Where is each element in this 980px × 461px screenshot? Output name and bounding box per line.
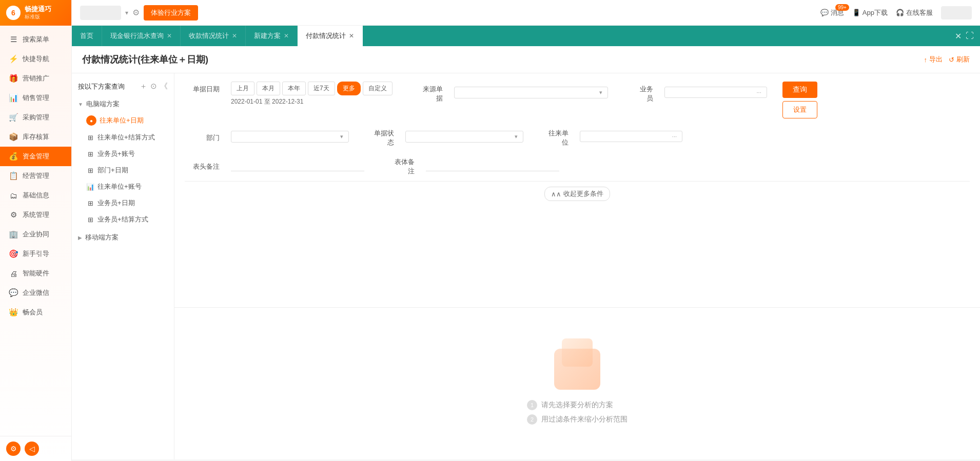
sidebar-item-enterprise[interactable]: 🏢 企业协同 xyxy=(0,225,71,244)
sidebar-item-search-menu[interactable]: ☰ 搜索菜单 xyxy=(0,30,71,49)
tab-collection[interactable]: 收款情况统计 ✕ xyxy=(181,26,246,46)
date-btn-last-7days[interactable]: 近7天 xyxy=(308,82,335,95)
sidebar-item-label: 畅会员 xyxy=(23,308,43,317)
header-note-group: 表头备注 xyxy=(185,159,364,171)
collapse-button[interactable]: ∧∧ 收起更多条件 xyxy=(544,187,610,201)
settings-footer-btn[interactable]: ⚙ xyxy=(6,442,21,456)
sidebar-item-finance[interactable]: 💰 资金管理 xyxy=(0,147,71,166)
empty-shape-bottom xyxy=(554,349,600,390)
sidebar-item-sales[interactable]: 📊 销售管理 xyxy=(0,88,71,108)
panel-toolbar-icons: ＋ ⊙ 《 xyxy=(140,82,168,91)
empty-hint-2: 2 用过滤条件来缩小分析范围 xyxy=(527,414,628,425)
add-scheme-button[interactable]: ＋ xyxy=(140,82,147,91)
date-filter-group: 单据日期 上月 本月 本年 近7天 更多 自定义 xyxy=(185,82,393,106)
pc-group-label: 电脑端方案 xyxy=(86,99,168,109)
message-button[interactable]: 💬 消息 99+ xyxy=(820,8,844,17)
sidebar-item-inventory[interactable]: 📦 库存核算 xyxy=(0,127,71,147)
sidebar-item-hardware[interactable]: 🖨 智能硬件 xyxy=(0,264,71,283)
collapse-sidebar-btn[interactable]: ◁ xyxy=(25,442,39,456)
body-note-input[interactable] xyxy=(426,159,559,171)
tab-new-scheme[interactable]: 新建方案 ✕ xyxy=(246,26,298,46)
mobile-group-header[interactable]: ▶ 移动端方案 xyxy=(72,230,174,245)
sidebar-item-quick-nav[interactable]: ⚡ 快捷导航 xyxy=(0,49,71,69)
guide-icon: 🎯 xyxy=(8,249,18,258)
online-service-button[interactable]: 🎧 在线客服 xyxy=(896,8,933,17)
close-all-tabs-btn[interactable]: ✕ xyxy=(955,31,962,41)
export-button[interactable]: ↑ 导出 xyxy=(924,55,943,64)
topbar: ▾ ⚙ 体验行业方案 💬 消息 99+ 📱 App下载 🎧 在线客服 xyxy=(72,0,980,26)
scheme-label: 业务员+结算方式 xyxy=(97,215,148,224)
header-note-input[interactable] xyxy=(231,159,364,171)
doc-status-select[interactable]: ▾ xyxy=(405,131,523,143)
try-industry-button[interactable]: 体验行业方案 xyxy=(144,5,198,21)
hint-text-2: 用过滤条件来缩小分析范围 xyxy=(541,415,628,424)
tab-new-scheme-label: 新建方案 xyxy=(254,31,281,41)
app-download-label: App下载 xyxy=(863,8,888,17)
scheme-item-staff-date[interactable]: ⊞ 业务员+日期 xyxy=(72,195,174,211)
app-logo-icon: 6 xyxy=(6,6,21,20)
source-select[interactable]: ▾ xyxy=(454,87,608,98)
tab-cashflow[interactable]: 现金银行流水查询 ✕ xyxy=(102,26,181,46)
date-btn-custom[interactable]: 自定义 xyxy=(363,82,393,95)
sidebar-item-marketing[interactable]: 🎁 营销推广 xyxy=(0,69,71,88)
filter-row-3: 表头备注 表体备注 xyxy=(185,154,970,176)
hint-num-1: 1 xyxy=(527,400,537,410)
sidebar-item-label: 基础信息 xyxy=(23,191,49,200)
scheme-item-staff-account[interactable]: ⊞ 业务员+账号 xyxy=(72,146,174,162)
pc-group-header[interactable]: ▼ 电脑端方案 xyxy=(72,96,174,112)
maximize-btn[interactable]: ⛶ xyxy=(966,31,974,41)
sidebar-item-label: 快捷导航 xyxy=(23,54,49,64)
tab-payment-stats[interactable]: 付款情况统计 ✕ xyxy=(298,26,363,46)
staff-select[interactable]: ··· xyxy=(664,87,767,98)
sidebar-item-label: 库存核算 xyxy=(23,132,49,142)
topbar-settings-icon[interactable]: ⚙ xyxy=(132,8,140,17)
user-info-placeholder[interactable] xyxy=(941,6,972,19)
dept-select[interactable]: ▾ xyxy=(231,131,349,143)
query-button[interactable]: 查询 xyxy=(782,82,817,98)
panel-collapse-button[interactable]: 《 xyxy=(160,82,168,91)
sidebar-item-guide[interactable]: 🎯 新手引导 xyxy=(0,244,71,264)
date-btn-more[interactable]: 更多 xyxy=(337,82,361,95)
sidebar-item-basic[interactable]: 🗂 基础信息 xyxy=(0,186,71,205)
scheme-item-partner-account[interactable]: 📊 往来单位+账号 xyxy=(72,178,174,195)
sidebar-item-purchase[interactable]: 🛒 采购管理 xyxy=(0,108,71,127)
service-icon: 🎧 xyxy=(896,9,904,16)
app-name-block: 畅捷通巧 标准版 xyxy=(25,5,51,21)
refresh-button[interactable]: ↺ 刷新 xyxy=(949,55,970,64)
tab-home[interactable]: 首页 xyxy=(72,26,102,46)
sidebar-item-operations[interactable]: 📋 经营管理 xyxy=(0,166,71,186)
filter-settings-button[interactable]: 设置 xyxy=(782,101,817,118)
date-filter-label: 单据日期 xyxy=(185,82,226,94)
sidebar-item-label: 系统管理 xyxy=(23,210,49,219)
tab-new-scheme-close[interactable]: ✕ xyxy=(284,32,289,39)
sidebar-item-label: 企业微信 xyxy=(23,288,49,297)
app-icon: 📱 xyxy=(852,9,860,16)
scheme-item-dept-date[interactable]: ⊞ 部门+日期 xyxy=(72,162,174,178)
scheme-settings-button[interactable]: ⊙ xyxy=(150,82,157,91)
date-btn-last-month[interactable]: 上月 xyxy=(231,82,254,95)
scheme-item-partner-date[interactable]: ● 往来单位+日期 xyxy=(72,112,174,129)
app-download-button[interactable]: 📱 App下载 xyxy=(852,8,888,17)
date-btn-this-month[interactable]: 本月 xyxy=(257,82,280,95)
sidebar-item-wechat[interactable]: 💬 企业微信 xyxy=(0,283,71,303)
partner-select[interactable]: ··· xyxy=(580,131,682,142)
tab-cashflow-label: 现金银行流水查询 xyxy=(110,31,164,41)
scheme-item-partner-settle[interactable]: ⊞ 往来单位+结算方式 xyxy=(72,129,174,146)
active-dot-icon: ● xyxy=(86,115,96,126)
sidebar-item-system[interactable]: ⚙ 系统管理 xyxy=(0,205,71,225)
date-btn-this-year[interactable]: 本年 xyxy=(282,82,306,95)
sidebar-item-label: 营销推广 xyxy=(23,74,49,83)
empty-illustration xyxy=(546,338,608,390)
sidebar-item-member[interactable]: 👑 畅会员 xyxy=(0,303,71,322)
sidebar-item-label: 采购管理 xyxy=(23,113,49,122)
tab-cashflow-close[interactable]: ✕ xyxy=(167,32,172,39)
sidebar-item-label: 经营管理 xyxy=(23,171,49,181)
tab-payment-stats-label: 付款情况统计 xyxy=(306,31,346,41)
tab-collection-close[interactable]: ✕ xyxy=(232,32,237,39)
scheme-item-staff-settle[interactable]: ⊞ 业务员+结算方式 xyxy=(72,211,174,228)
tab-payment-stats-close[interactable]: ✕ xyxy=(349,32,354,39)
mobile-group-arrow: ▶ xyxy=(78,235,82,240)
topbar-dropdown-arrow[interactable]: ▾ xyxy=(125,9,128,16)
search-menu-icon: ☰ xyxy=(8,35,18,44)
doc-status-filter-group: 单据状态 ▾ xyxy=(369,126,523,147)
